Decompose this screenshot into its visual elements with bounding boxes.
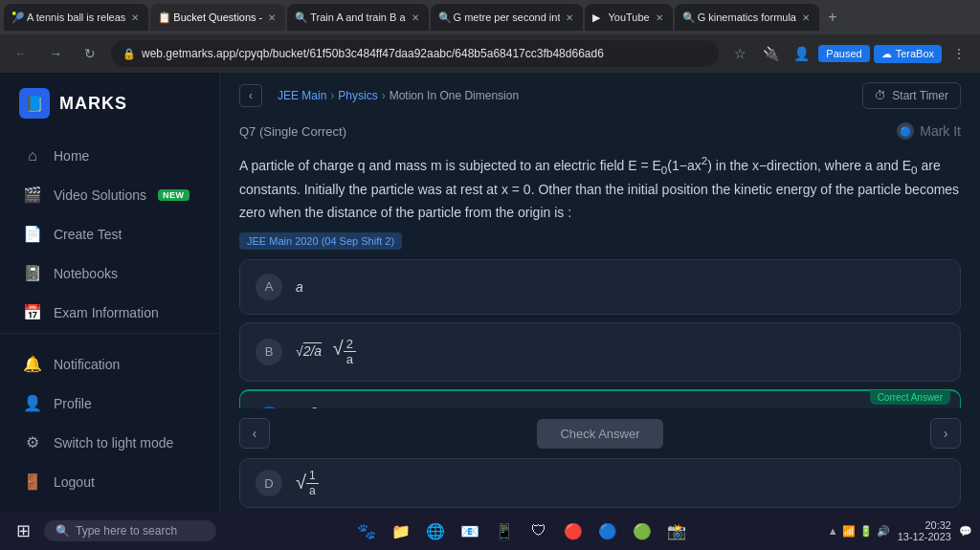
profile-icon: 👤 (23, 394, 42, 412)
tab-close[interactable]: ✕ (654, 11, 665, 24)
sidebar: 📘 MARKS ⌂ Home 🎬 Video Solutions NEW 📄 C… (0, 73, 220, 512)
terabox-badge[interactable]: ☁ TeraBox (874, 45, 942, 63)
sidebar-item-create-test[interactable]: 📄 Create Test (11, 215, 208, 253)
bookmark-icon[interactable]: ☆ (726, 40, 753, 67)
tab-close[interactable]: ✕ (564, 11, 575, 24)
breadcrumb-separator: › (330, 89, 334, 102)
sidebar-item-label: Notebooks (54, 266, 118, 281)
option-text-c: √2a (296, 405, 322, 408)
tab-close[interactable]: ✕ (410, 11, 421, 24)
sidebar-item-label: Create Test (54, 227, 122, 242)
extensions-icon[interactable]: 🔌 (757, 40, 784, 67)
tab-kinematics[interactable]: 🔍 G kinematics formula ✕ (675, 4, 819, 31)
prev-question-button[interactable]: ‹ (239, 418, 270, 449)
battery-icon: 🔋 (859, 525, 873, 538)
time-display: 20:32 (898, 519, 951, 531)
timer-icon: ⏱ (875, 89, 886, 102)
notification-bell[interactable]: 💬 (959, 525, 972, 538)
check-answer-button[interactable]: Check Answer (537, 419, 662, 449)
option-text-a: a (296, 279, 303, 295)
sidebar-item-switch-mode[interactable]: ⚙ Switch to light mode (11, 424, 208, 461)
sidebar-item-logout[interactable]: 🚪 Logout (11, 463, 208, 500)
tab-title: G metre per second int (454, 11, 561, 23)
tab-favicon: 🔍 (682, 11, 694, 23)
option-b[interactable]: B √2/a √2a (239, 322, 961, 382)
sidebar-bottom: 🔔 Notification 👤 Profile ⚙ Switch to lig… (0, 333, 219, 512)
address-bar[interactable]: 🔒 web.getmarks.app/cpyqb/bucket/61f50b3c… (111, 40, 719, 67)
taskbar-icon-8[interactable]: 🔵 (592, 516, 623, 546)
option-d[interactable]: D √1a (239, 458, 961, 508)
mark-it-button[interactable]: 🔵 Mark It (897, 122, 961, 140)
new-tab-button[interactable]: + (821, 6, 844, 29)
logout-icon: 🚪 (23, 473, 42, 491)
question-body: A particle of charge q and mass m is sub… (220, 147, 980, 259)
option-a[interactable]: A a (239, 259, 961, 315)
sidebar-item-exam-information[interactable]: 📅 Exam Information (11, 294, 208, 331)
question-tag[interactable]: JEE Main 2020 (04 Sep Shift 2) (239, 232, 402, 250)
start-timer-label: Start Timer (892, 89, 948, 102)
taskbar-icon-10[interactable]: 📸 (661, 516, 692, 546)
sidebar-item-label: Video Solutions (54, 187, 146, 203)
taskbar: ⊞ 🔍 Type here to search 🐾 📁 🌐 📧 📱 🛡 🔴 🔵 … (0, 512, 980, 550)
tab-youtube[interactable]: ▶ YouTube ✕ (585, 4, 672, 31)
tab-title: Bucket Questions - (173, 11, 262, 23)
start-timer-button[interactable]: ⏱ Start Timer (862, 82, 961, 109)
lock-icon: 🔒 (122, 48, 136, 60)
sidebar-item-profile[interactable]: 👤 Profile (11, 385, 208, 422)
tab-bar: 🎾 A tennis ball is releas ✕ 📋 Bucket Que… (0, 0, 980, 34)
tab-favicon: 📋 (158, 11, 169, 23)
breadcrumb-jee-main[interactable]: JEE Main (278, 89, 326, 102)
option-text-b: √2/a √2a (296, 337, 356, 367)
taskbar-icon-1[interactable]: 🐾 (351, 516, 382, 546)
breadcrumb-physics[interactable]: Physics (338, 89, 377, 102)
sidebar-item-notebooks[interactable]: 📓 Notebooks (11, 254, 208, 292)
tab-title: A tennis ball is releas (27, 11, 125, 23)
taskbar-icon-3[interactable]: 🌐 (420, 516, 451, 546)
correct-answer-badge: Correct Answer (870, 390, 950, 405)
taskbar-search[interactable]: 🔍 Type here to search (44, 520, 216, 541)
tab-bucket[interactable]: 📋 Bucket Questions - ✕ (150, 4, 285, 31)
profile-icon[interactable]: 👤 (788, 40, 814, 67)
tab-close[interactable]: ✕ (800, 11, 812, 24)
forward-button[interactable]: → (42, 40, 69, 67)
paused-badge[interactable]: Paused (818, 45, 869, 62)
back-button[interactable]: ← (8, 40, 34, 67)
terabox-icon: ☁ (881, 48, 892, 60)
tab-close[interactable]: ✕ (129, 11, 141, 24)
notification-icon: 🔔 (23, 355, 42, 373)
tab-title: Train A and train B a (310, 11, 405, 23)
taskbar-icon-6[interactable]: 🛡 (523, 516, 554, 546)
tab-metre[interactable]: 🔍 G metre per second int ✕ (431, 4, 584, 31)
sidebar-item-notification[interactable]: 🔔 Notification (11, 345, 208, 383)
taskbar-icon-2[interactable]: 📁 (386, 516, 416, 546)
exam-info-icon: 📅 (23, 303, 42, 321)
breadcrumb-current: Motion In One Dimension (390, 89, 519, 102)
tab-close[interactable]: ✕ (266, 11, 278, 24)
sidebar-item-home[interactable]: ⌂ Home (11, 138, 208, 174)
sidebar-item-video-solutions[interactable]: 🎬 Video Solutions NEW (11, 176, 208, 213)
back-button[interactable]: ‹ (239, 84, 262, 107)
tab-train[interactable]: 🔍 Train A and train B a ✕ (287, 4, 428, 31)
tab-favicon: ▶ (592, 11, 604, 23)
next-question-button[interactable]: › (930, 418, 961, 449)
sidebar-nav: ⌂ Home 🎬 Video Solutions NEW 📄 Create Te… (0, 138, 219, 333)
sidebar-item-label: Logout (54, 474, 95, 490)
taskbar-icon-4[interactable]: 📧 (455, 516, 485, 546)
option-c[interactable]: Correct Answer C √2a (239, 389, 961, 408)
taskbar-icon-7[interactable]: 🔴 (558, 516, 589, 546)
taskbar-icon-9[interactable]: 🟢 (627, 516, 657, 546)
menu-icon[interactable]: ⋮ (946, 40, 972, 67)
sidebar-item-label: Notification (54, 357, 120, 372)
options-container: A a B √2/a √2a Correct Answer C (220, 259, 980, 408)
option-letter-c: C (256, 407, 282, 408)
reload-button[interactable]: ↻ (77, 40, 103, 67)
tab-tennis[interactable]: 🎾 A tennis ball is releas ✕ (4, 4, 148, 31)
sidebar-item-label: Home (54, 148, 89, 164)
taskbar-right: ▲ 📶 🔋 🔊 20:32 13-12-2023 💬 (828, 519, 972, 542)
start-button[interactable]: ⊞ (8, 516, 38, 546)
taskbar-icon-5[interactable]: 📱 (489, 516, 520, 546)
main-content: ‹ JEE Main › Physics › Motion In One Dim… (220, 73, 980, 512)
new-badge: NEW (158, 189, 189, 201)
nav-actions: ☆ 🔌 👤 Paused ☁ TeraBox ⋮ (726, 40, 972, 67)
option-d-partial: D √1a (220, 458, 980, 512)
